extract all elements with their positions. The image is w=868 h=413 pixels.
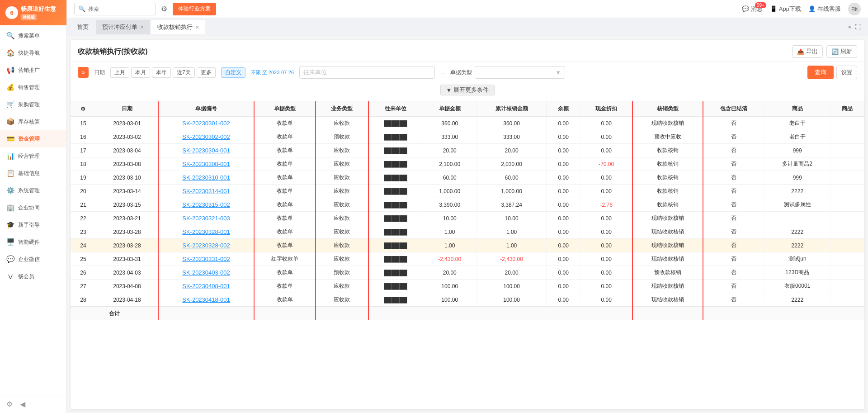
doc-link[interactable]: SK-20230328-001	[182, 228, 230, 235]
cell-doc_no[interactable]: SK-20230331-002	[158, 252, 254, 266]
topbar-search-box[interactable]: 🔍	[74, 3, 156, 15]
sidebar-item-member[interactable]: V畅会员	[0, 268, 66, 285]
sidebar-item-quicknav[interactable]: 🏠快捷导航	[0, 44, 66, 62]
sidebar-item-purchase[interactable]: 🛒采购管理	[0, 96, 66, 113]
cell-include_settled: 否	[703, 185, 764, 198]
tab-close-prepay[interactable]: ×	[140, 24, 144, 31]
cell-doc_no[interactable]: SK-20230403-002	[158, 266, 254, 280]
sidebar-item-operations[interactable]: 📊经营管理	[0, 147, 66, 165]
search-icon: 🔍	[6, 32, 14, 40]
export-button[interactable]: 📤 导出	[792, 45, 823, 58]
cell-doc_no[interactable]: SK-20230304-001	[158, 144, 254, 157]
message-button[interactable]: 💬 消息 99+	[742, 5, 763, 13]
cell-date: 2023-04-08	[96, 280, 158, 293]
custom-date-button[interactable]: 自定义	[221, 67, 245, 78]
cell-index: 20	[71, 185, 96, 198]
doc-link[interactable]: SK-20230304-001	[182, 147, 230, 154]
unit-filter-input[interactable]: 往来单位	[299, 66, 435, 79]
cell-amount: 1,000.00	[423, 185, 476, 198]
sales-icon: 💰	[6, 83, 14, 91]
doc-link[interactable]: SK-20230301-002	[182, 120, 230, 127]
cell-doc_no[interactable]: SK-20230302-002	[158, 130, 254, 144]
cell-doc_no[interactable]: SK-20230321-003	[158, 212, 254, 225]
cell-cancel_amount: 1,000.00	[476, 185, 547, 198]
doc-link[interactable]: SK-20230310-001	[182, 174, 230, 181]
sidebar-item-marketing[interactable]: 📢营销推广	[0, 62, 66, 79]
cell-doc_no[interactable]: SK-20230418-001	[158, 293, 254, 307]
cell-doc_no[interactable]: SK-20230328-002	[158, 239, 254, 252]
sidebar-item-system[interactable]: ⚙️系统管理	[0, 182, 66, 199]
settings-icon[interactable]: ⚙	[6, 400, 13, 408]
expand-more-button[interactable]: ▼ 展开更多条件	[440, 85, 495, 95]
sidebar-item-basic[interactable]: 📋基础信息	[0, 165, 66, 182]
cell-date: 2023-03-02	[96, 130, 158, 144]
date-btn-近7天[interactable]: 近7天	[173, 67, 195, 78]
sidebar-item-guide[interactable]: 🎓新手引导	[0, 216, 66, 233]
table-row: 262023-04-03SK-20230403-002收款单预收款██████2…	[71, 266, 864, 280]
cell-cancel_type: 现结收款核销	[632, 252, 703, 266]
cell-amount: 100.00	[423, 293, 476, 307]
cell-doc_no[interactable]: SK-20230308-001	[158, 157, 254, 171]
doc-link[interactable]: SK-20230314-001	[182, 188, 230, 195]
sidebar-item-hardware[interactable]: 🖥️智能硬件	[0, 233, 66, 251]
cell-goods2	[830, 130, 864, 144]
table-row: 272023-04-08SK-20230408-001收款单应收款██████1…	[71, 280, 864, 293]
cell-goods: 测试多属性	[764, 198, 830, 212]
sidebar-item-finance[interactable]: 💳资金管理	[0, 130, 66, 147]
filter-more-icon[interactable]: ...	[440, 69, 445, 76]
query-button[interactable]: 查询	[807, 66, 834, 79]
doc-link[interactable]: SK-20230302-002	[182, 133, 230, 140]
online-service-link[interactable]: 👤 在线客服	[808, 5, 841, 13]
collapse-icon[interactable]: ◀	[20, 400, 25, 408]
cell-include_settled: 否	[703, 293, 764, 307]
sidebar-item-enterprise[interactable]: 🏢企业协同	[0, 199, 66, 216]
cell-doc_no[interactable]: SK-20230301-002	[158, 117, 254, 130]
search-input[interactable]	[88, 6, 151, 12]
date-btn-本月[interactable]: 本月	[131, 67, 150, 78]
app-download-link[interactable]: 📱 App下载	[770, 5, 801, 13]
doc-link[interactable]: SK-20230331-002	[182, 256, 230, 262]
doc-link[interactable]: SK-20230321-003	[182, 215, 230, 222]
cell-discount: 0.00	[580, 144, 633, 157]
tab-close-all-icon[interactable]: ×	[848, 24, 851, 30]
doc-link[interactable]: SK-20230315-002	[182, 201, 230, 208]
sidebar-item-wechat[interactable]: 💬企业微信	[0, 251, 66, 268]
sidebar-item-search[interactable]: 🔍搜索菜单	[0, 27, 66, 44]
cell-doc_type: 收款单	[254, 171, 316, 185]
tab-prepay[interactable]: 预计冲应付单×	[96, 20, 150, 34]
sidebar-item-sales[interactable]: 💰销售管理	[0, 79, 66, 96]
table-row: 202023-03-14SK-20230314-001收款单应收款██████1…	[71, 185, 864, 198]
cell-amount: 360.00	[423, 117, 476, 130]
doc-link[interactable]: SK-20230418-001	[182, 296, 230, 303]
solution-button[interactable]: 体验行业方案	[173, 3, 216, 15]
date-btn-更多[interactable]: 更多	[197, 67, 216, 78]
cell-doc_no[interactable]: SK-20230314-001	[158, 185, 254, 198]
doc-type-select[interactable]: ▼	[475, 66, 565, 79]
doc-link[interactable]: SK-20230328-002	[182, 242, 230, 249]
tab-expand-icon[interactable]: ⛶	[855, 24, 861, 30]
refresh-button[interactable]: 🔄 刷新	[826, 45, 857, 58]
cell-doc_no[interactable]: SK-20230328-001	[158, 225, 254, 239]
avatar[interactable]: Rit	[848, 3, 861, 15]
date-btn-上月[interactable]: 上月	[110, 67, 129, 78]
cell-doc_no[interactable]: SK-20230408-001	[158, 280, 254, 293]
tab-home[interactable]: 首页	[71, 20, 95, 34]
cell-balance: 0.00	[547, 252, 580, 266]
filter-expand-button[interactable]: »	[78, 67, 89, 78]
expand-more-row: ▼ 展开更多条件	[78, 83, 857, 97]
tab-receipt-cancel[interactable]: 收款核销执行×	[151, 20, 205, 34]
doc-link[interactable]: SK-20230408-001	[182, 283, 230, 290]
cell-include_settled: 否	[703, 212, 764, 225]
cell-index: 25	[71, 252, 96, 266]
doc-link[interactable]: SK-20230308-001	[182, 161, 230, 167]
date-btn-本年[interactable]: 本年	[152, 67, 171, 78]
cell-include_settled: 否	[703, 225, 764, 239]
sidebar-item-inventory[interactable]: 📦库存核算	[0, 113, 66, 130]
cell-doc_no[interactable]: SK-20230315-002	[158, 198, 254, 212]
table-row: 252023-03-31SK-20230331-002红字收款单应收款█████…	[71, 252, 864, 266]
filter-setting-button[interactable]: 设置	[836, 66, 857, 79]
cell-doc_no[interactable]: SK-20230310-001	[158, 171, 254, 185]
tab-close-receipt-cancel[interactable]: ×	[195, 24, 199, 31]
doc-link[interactable]: SK-20230403-002	[182, 269, 230, 276]
topbar-settings-icon[interactable]: ⚙	[161, 5, 167, 13]
